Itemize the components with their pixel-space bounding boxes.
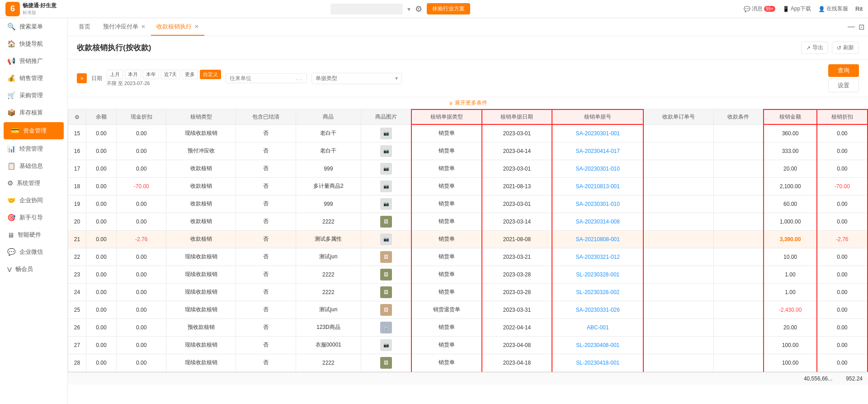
- cell-row-id: 20: [68, 213, 86, 230]
- sidebar-item-库存核算[interactable]: 📦库存核算: [0, 104, 67, 121]
- minimize-icon[interactable]: —: [848, 23, 855, 31]
- cell-cancel-bill-no[interactable]: SA-20230314-008: [552, 213, 643, 230]
- receipt-type-dropdown-icon[interactable]: ▾: [395, 75, 398, 81]
- date-btn-custom[interactable]: 自定义: [200, 70, 221, 79]
- cell-cancel-bill-no[interactable]: SA-20230331-026: [552, 301, 643, 318]
- cell-row-id: 27: [68, 336, 86, 354]
- partner-filter-wrap[interactable]: ...: [226, 73, 307, 83]
- tab-prepayment[interactable]: 预付冲应付单 ✕: [98, 18, 151, 36]
- sidebar-item-系统管理[interactable]: ⚙系统管理: [0, 175, 67, 192]
- tab-prepayment-label: 预付冲应付单: [103, 23, 138, 31]
- cell-cancel-bill-no[interactable]: SA-20230301-010: [552, 160, 643, 177]
- sidebar-nav: 🔍搜索菜单🏠快捷导航📢营销推广💰销售管理🛒采购管理📦库存核算💳资金管理📊经营管理…: [0, 18, 67, 278]
- solution-button[interactable]: 休验行业方案: [427, 3, 470, 14]
- sidebar-item-快捷导航[interactable]: 🏠快捷导航: [0, 35, 67, 52]
- receipt-type-filter-wrap[interactable]: 单据类型 ▾: [311, 73, 402, 84]
- messages-badge: 99+: [764, 6, 775, 12]
- cell-balance: 0.00: [86, 230, 117, 248]
- query-button[interactable]: 查询: [828, 64, 859, 77]
- app-download-action[interactable]: 📱 App下载: [783, 5, 811, 13]
- cell-receipt-condition: [713, 195, 764, 213]
- bill-no-link[interactable]: SA-20230301-010: [576, 201, 620, 207]
- cell-cancel-bill-type: 销货单: [411, 354, 482, 371]
- bill-no-link[interactable]: SL-20230328-002: [576, 289, 619, 295]
- bill-no-link[interactable]: SA-20210808-001: [576, 236, 620, 242]
- cell-cancel-bill-no[interactable]: SA-20230301-010: [552, 195, 643, 213]
- date-btn-this-year[interactable]: 本年: [143, 70, 159, 79]
- cell-cancel-bill-no[interactable]: SL-20230328-001: [552, 266, 643, 283]
- sidebar-item-企业协同[interactable]: 🤝企业协同: [0, 192, 67, 209]
- goods-image-thumb: 📷: [380, 145, 392, 157]
- bill-no-link[interactable]: SA-20230301-010: [576, 166, 620, 172]
- cell-cancel-type: 现续收款核销: [166, 248, 236, 266]
- bill-no-link[interactable]: SA-20230414-017: [576, 148, 620, 154]
- cell-goods: 衣服00001: [296, 336, 361, 354]
- cell-receipt-condition: [713, 213, 764, 230]
- bill-no-link[interactable]: SL-20230418-001: [576, 360, 619, 366]
- messages-action[interactable]: 💬 消息 99+: [744, 5, 775, 13]
- table-row: 21 0.00 -2.76 收款核销 否 测试多属性 📷 销货单 2021-08…: [68, 230, 868, 248]
- bill-no-link[interactable]: SA-20230301-001: [576, 130, 620, 137]
- top-actions: 💬 消息 99+ 📱 App下载 👤 在线客服 Rit: [744, 5, 863, 13]
- bill-no-link[interactable]: SL-20230408-001: [576, 342, 619, 348]
- sidebar-item-基础信息[interactable]: 📋基础信息: [0, 157, 67, 175]
- filter-actions: 查询 设置: [828, 64, 859, 92]
- cell-cancel-bill-no[interactable]: ABC-001: [552, 318, 643, 336]
- cell-cancel-bill-no[interactable]: SL-20230408-001: [552, 336, 643, 354]
- sidebar-item-新手引导[interactable]: 🎯新手引导: [0, 209, 67, 226]
- bill-no-link[interactable]: SA-20210813-001: [576, 183, 620, 190]
- sidebar-item-智能硬件[interactable]: 🖥智能硬件: [0, 226, 67, 243]
- cell-cancel-bill-no[interactable]: SA-20230321-012: [552, 248, 643, 266]
- bill-no-link[interactable]: ABC-001: [587, 324, 609, 331]
- sidebar-item-经营管理[interactable]: 📊经营管理: [0, 140, 67, 157]
- cell-cancel-type: 现续收款核销: [166, 266, 236, 283]
- online-service-action[interactable]: 👤 在线客服: [818, 5, 848, 13]
- sidebar-item-采购管理[interactable]: 🛒采购管理: [0, 87, 67, 104]
- dropdown-icon[interactable]: ▾: [407, 5, 410, 13]
- sidebar-item-畅会员[interactable]: V畅会员: [0, 261, 67, 278]
- bill-no-link[interactable]: SA-20230331-026: [576, 307, 620, 313]
- cell-cancel-bill-date: 2021-08-13: [482, 177, 552, 195]
- refresh-button[interactable]: ↺ 刷新: [832, 42, 859, 54]
- bill-no-link[interactable]: SA-20230321-012: [576, 254, 620, 260]
- search-bar[interactable]: [330, 4, 403, 14]
- export-button[interactable]: ↗ 导出: [801, 42, 828, 54]
- table-row: 23 0.00 0.00 现续收款核销 否 2222 🖼 销货单 2023-03…: [68, 266, 868, 283]
- sidebar-item-营销推广[interactable]: 📢营销推广: [0, 52, 67, 70]
- expand-more-btn[interactable]: ∨ 展开更多条件: [449, 99, 487, 107]
- sidebar-item-企业微信[interactable]: 💬企业微信: [0, 243, 67, 261]
- tab-collection-close[interactable]: ✕: [194, 24, 199, 30]
- table-body: 15 0.00 0.00 现续收款核销 否 老白干 📷 销货单 2023-03-…: [68, 124, 868, 371]
- sidebar-item-搜索菜单[interactable]: 🔍搜索菜单: [0, 18, 67, 35]
- cell-cancel-bill-no[interactable]: SA-20230414-017: [552, 142, 643, 160]
- expand-icon[interactable]: ⊡: [859, 23, 864, 31]
- date-btn-this-month[interactable]: 本月: [125, 70, 141, 79]
- cell-cancel-bill-no[interactable]: SA-20210813-001: [552, 177, 643, 195]
- bill-no-link[interactable]: SA-20230314-008: [576, 219, 620, 225]
- cell-cancel-bill-no[interactable]: SA-20230301-001: [552, 124, 643, 142]
- cell-row-id: 23: [68, 266, 86, 283]
- cell-cancel-amount: 60.00: [764, 195, 816, 213]
- bill-no-link[interactable]: SL-20230328-001: [576, 271, 619, 278]
- cell-cancel-discount: 0.00: [817, 354, 868, 371]
- cell-cancel-bill-no[interactable]: SL-20230328-002: [552, 283, 643, 301]
- date-btn-last-month[interactable]: 上月: [107, 70, 123, 79]
- cell-cancel-type: 现续收款核销: [166, 283, 236, 301]
- filter-expand-icon[interactable]: »: [77, 73, 87, 83]
- cell-receipt-order-no: [643, 177, 713, 195]
- date-btn-more[interactable]: 更多: [182, 70, 198, 79]
- partner-input[interactable]: [230, 75, 296, 81]
- settings-button[interactable]: 设置: [828, 79, 859, 92]
- cell-cancel-bill-no[interactable]: SL-20230418-001: [552, 354, 643, 371]
- cell-cancel-amount: 3,390.00: [764, 230, 816, 248]
- sidebar-item-资金管理[interactable]: 💳资金管理: [4, 122, 64, 139]
- date-filter-label: 日期: [91, 75, 102, 82]
- cell-cancel-bill-no[interactable]: SA-20210808-001: [552, 230, 643, 248]
- sidebar-item-销售管理[interactable]: 💰销售管理: [0, 70, 67, 87]
- sidebar-item-label: 营销推广: [19, 57, 43, 65]
- tab-prepayment-close[interactable]: ✕: [141, 24, 146, 30]
- tab-home[interactable]: 首页: [71, 18, 98, 36]
- date-btn-7days[interactable]: 近7天: [161, 70, 180, 79]
- tab-collection[interactable]: 收款核销执行 ✕: [151, 18, 204, 36]
- settings-gear-icon[interactable]: ⚙: [415, 4, 422, 14]
